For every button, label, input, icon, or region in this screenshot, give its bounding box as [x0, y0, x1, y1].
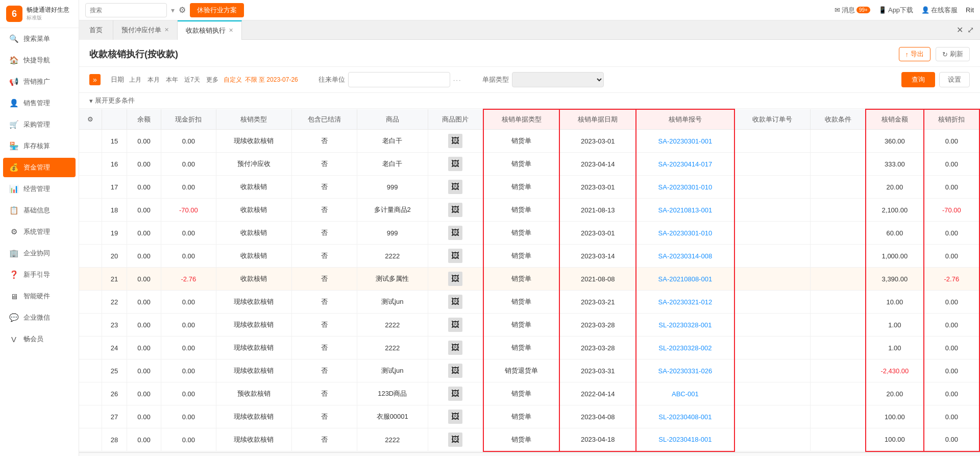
td-product-img: 🖼 — [428, 130, 483, 153]
td-receipt-condition — [811, 405, 866, 428]
td-settings — [79, 314, 102, 337]
td-cancel-bill-date: 2023-04-08 — [559, 405, 636, 428]
sidebar-item-inventory[interactable]: 🏪 库存核算 — [0, 135, 79, 157]
from-unit-label: 往来单位 — [318, 75, 345, 84]
guide-icon: ❓ — [9, 270, 18, 279]
td-cancel-bill-type: 销货单 — [483, 405, 560, 428]
receipt-type-select[interactable] — [512, 72, 604, 87]
receipt-type-filter-group: 单据类型 — [482, 72, 604, 87]
logo-text-block: 畅捷通谱好生意 标准版 — [27, 6, 69, 21]
sidebar-item-corp[interactable]: 🏢 企业协同 — [0, 243, 79, 264]
td-cancel-discount: 0.00 — [924, 428, 979, 451]
sidebar-item-wechat[interactable]: 💬 企业微信 — [0, 307, 79, 328]
expand-bar: ▾ 展开更多条件 — [79, 93, 980, 109]
filter-settings-btn[interactable]: 设置 — [939, 72, 970, 87]
td-cancel-bill-date: 2023-03-28 — [559, 337, 636, 359]
tab-prepay-close[interactable]: ✕ — [164, 27, 169, 33]
sidebar-item-system[interactable]: ⚙ 系统管理 — [0, 221, 79, 243]
sidebar-item-search[interactable]: 🔍 搜索菜单 — [0, 28, 79, 50]
search-input[interactable] — [85, 3, 167, 17]
date-btn-this-month[interactable]: 本月 — [145, 75, 162, 85]
td-cancel-discount: 0.00 — [924, 291, 979, 314]
td-cancel-bill-no[interactable]: SA-20230331-026 — [636, 359, 734, 382]
sidebar-item-purchase[interactable]: 🛒 采购管理 — [0, 114, 79, 135]
tab-receipt-close[interactable]: ✕ — [229, 27, 233, 34]
td-cancel-bill-date: 2023-03-01 — [559, 222, 636, 245]
td-cancel-bill-no[interactable]: SA-20210808-001 — [636, 268, 734, 291]
finance-icon: 💰 — [9, 163, 18, 172]
date-custom-btn[interactable]: 自定义 — [224, 76, 242, 84]
td-receipt-condition — [811, 291, 866, 314]
export-btn[interactable]: ↑ 导出 — [899, 47, 931, 61]
td-cancel-bill-no[interactable]: SA-20230301-001 — [636, 130, 734, 153]
date-btn-7days[interactable]: 近7天 — [182, 75, 202, 85]
sidebar-item-finance[interactable]: 💰 资金管理 — [3, 158, 76, 177]
window-expand-icon[interactable]: ⤢ — [967, 25, 974, 35]
td-cancel-bill-no[interactable]: SA-20230321-012 — [636, 291, 734, 314]
sidebar-item-label: 资金管理 — [23, 163, 50, 172]
page-header: 收款核销执行(按收款) ↑ 导出 ↻ 刷新 — [79, 40, 980, 67]
th-include-settled: 包含已结清 — [291, 109, 357, 130]
td-cancel-bill-no[interactable]: SL-20230328-002 — [636, 337, 734, 359]
sidebar-item-member[interactable]: V 畅会员 — [0, 328, 79, 350]
td-settings — [79, 337, 102, 359]
td-cash-discount: 0.00 — [161, 428, 216, 451]
settings-gear-icon[interactable]: ⚙ — [179, 5, 186, 15]
td-settings — [79, 245, 102, 268]
table-header-row: ⚙ 余额 现金折扣 核销类型 包含已结清 商品 商品图片 核销单据类型 核销单据… — [79, 109, 979, 130]
td-cancel-bill-type: 销货单 — [483, 314, 560, 337]
query-btn[interactable]: 查询 — [901, 72, 935, 87]
window-close-icon[interactable]: ✕ — [957, 25, 963, 35]
td-cancel-amount: 60.00 — [866, 222, 924, 245]
tab-prepay[interactable]: 预付冲应付单 ✕ — [113, 20, 178, 40]
td-seq: 18 — [102, 199, 127, 222]
td-cancel-bill-no[interactable]: SA-20230301-010 — [636, 176, 734, 199]
filter-expand-arrow[interactable]: » — [89, 74, 101, 85]
refresh-btn[interactable]: ↻ 刷新 — [936, 47, 970, 61]
td-cancel-bill-no[interactable]: SA-20210813-001 — [636, 199, 734, 222]
td-cancel-bill-no[interactable]: ABC-001 — [636, 382, 734, 405]
app-download-btn[interactable]: 📱 App下载 — [878, 6, 913, 15]
sidebar-item-sales[interactable]: 👤 销售管理 — [0, 92, 79, 114]
sidebar-item-basic[interactable]: 📋 基础信息 — [0, 200, 79, 221]
td-include-settled: 否 — [291, 428, 357, 451]
td-balance: 0.00 — [127, 337, 161, 359]
th-seq — [102, 109, 127, 130]
sidebar-item-marketing[interactable]: 📢 营销推广 — [0, 71, 79, 92]
main-content: ▾ ⚙ 休验行业方案 ✉ 消息 99+ 📱 App下载 👤 在线客服 Rit 首… — [79, 0, 980, 456]
sidebar-item-label: 智能硬件 — [23, 292, 50, 301]
date-btn-more[interactable]: 更多 — [204, 75, 220, 85]
data-table: ⚙ 余额 现金折扣 核销类型 包含已结清 商品 商品图片 核销单据类型 核销单据… — [79, 109, 980, 452]
date-btn-last-month[interactable]: 上月 — [127, 75, 143, 85]
sidebar-item-hardware[interactable]: 🖥 智能硬件 — [0, 285, 79, 307]
td-cancel-type: 现续收款核销 — [216, 314, 291, 337]
industry-btn[interactable]: 休验行业方案 — [190, 3, 244, 17]
td-cancel-bill-no[interactable]: SA-20230314-008 — [636, 245, 734, 268]
td-product: 老白干 — [357, 130, 428, 153]
td-cancel-type: 收款核销 — [216, 176, 291, 199]
td-include-settled: 否 — [291, 199, 357, 222]
sidebar-item-quicknav[interactable]: 🏠 快捷导航 — [0, 50, 79, 71]
filter-dots: ··· — [453, 76, 462, 84]
tab-home[interactable]: 首页 — [79, 20, 113, 40]
dropdown-chevron-icon[interactable]: ▾ — [171, 6, 175, 14]
from-unit-input[interactable] — [348, 72, 450, 87]
td-include-settled: 否 — [291, 176, 357, 199]
sidebar-item-operations[interactable]: 📊 经营管理 — [0, 178, 79, 200]
td-cancel-amount: -2,430.00 — [866, 359, 924, 382]
sidebar-item-guide[interactable]: ❓ 新手引导 — [0, 264, 79, 285]
td-receipt-order-no — [734, 428, 811, 451]
expand-conditions-btn[interactable]: ▾ 展开更多条件 — [89, 96, 135, 105]
date-btn-this-year[interactable]: 本年 — [164, 75, 180, 85]
td-cancel-bill-no[interactable]: SL-20230418-001 — [636, 428, 734, 451]
system-icon: ⚙ — [9, 227, 18, 236]
td-cancel-bill-no[interactable]: SL-20230408-001 — [636, 405, 734, 428]
td-seq: 27 — [102, 405, 127, 428]
online-service-btn[interactable]: 👤 在线客服 — [921, 6, 958, 15]
td-settings — [79, 428, 102, 451]
tab-receipt[interactable]: 收款核销执行 ✕ — [178, 20, 242, 40]
td-cancel-bill-no[interactable]: SA-20230414-017 — [636, 153, 734, 176]
td-cancel-bill-no[interactable]: SA-20230301-010 — [636, 222, 734, 245]
messages-btn[interactable]: ✉ 消息 99+ — [835, 6, 870, 15]
td-cancel-bill-no[interactable]: SL-20230328-001 — [636, 314, 734, 337]
